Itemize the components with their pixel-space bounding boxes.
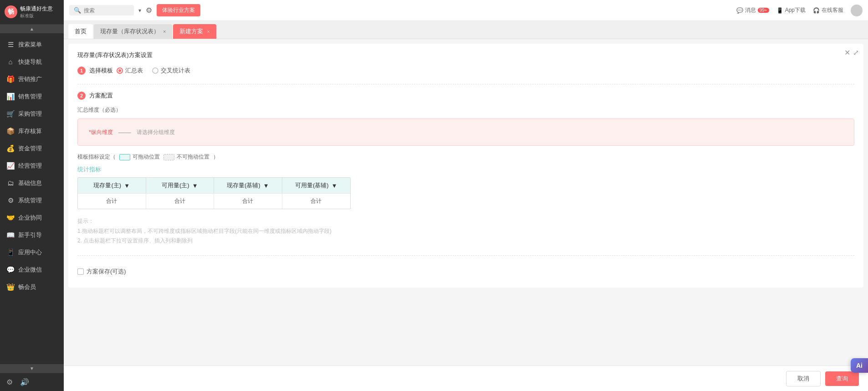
message-badge: 99+ — [758, 8, 769, 13]
volume-icon[interactable]: 🔊 — [20, 378, 29, 386]
step2-header: 2 方案配置 — [77, 92, 854, 100]
trending-icon: 📈 — [6, 162, 15, 170]
user-avatar[interactable] — [851, 5, 863, 16]
table-cell-1: 合计 — [146, 193, 214, 209]
sidebar-item-guide[interactable]: 📖 新手引导 — [0, 226, 64, 244]
app-download-item[interactable]: 📱 App下载 — [776, 6, 806, 14]
non-draggable-label: 不可拖动位置 — [177, 153, 209, 161]
radio-summary-table[interactable]: 汇总表 — [117, 67, 143, 75]
sidebar-item-label: 采购管理 — [18, 110, 42, 118]
col-header-1[interactable]: 可用量(主) ▼ — [146, 178, 214, 193]
sidebar-bottom: ⚙ 🔊 — [0, 373, 64, 391]
sidebar-item-label: 企业协同 — [18, 214, 42, 222]
sidebar-item-quicknav[interactable]: ⌂ 快捷导航 — [0, 53, 64, 71]
tab-new-scheme[interactable]: 新建方案 × — [173, 24, 216, 39]
step2-section: 2 方案配置 汇总维度（必选） *纵向维度 —— 请选择分组维度 模板指标设定（ — [77, 92, 854, 246]
table-cell-2: 合计 — [214, 193, 282, 209]
dim-placeholder[interactable]: 请选择分组维度 — [137, 129, 175, 136]
tabbar: 首页 现存量（库存状况表） × 新建方案 × — [64, 21, 868, 39]
expand-panel-icon[interactable]: ⤢ — [853, 48, 859, 57]
sidebar-item-inventory[interactable]: 📦 库存核算 — [0, 123, 64, 140]
step1-header: 1 选择模板 汇总表 交叉统计表 — [77, 67, 854, 75]
crown-icon: 👑 — [6, 283, 15, 291]
topbar-right: 💬 消息 99+ 📱 App下载 🎧 在线客服 — [736, 5, 863, 16]
chart-icon: 📊 — [6, 93, 15, 101]
col-header-label: 可用量(基辅) — [295, 181, 329, 190]
tips-title: 提示： — [77, 218, 94, 224]
dim-required-text: *纵向维度 — [89, 129, 113, 136]
gear-icon: ⚙ — [6, 196, 15, 205]
panel-controls: ✕ ⤢ — [844, 48, 859, 57]
sidebar-item-label: 销售管理 — [18, 93, 42, 101]
sidebar-item-member[interactable]: 👑 畅会员 — [0, 278, 64, 296]
topbar: 🔍 ▾ ⚙ 体验行业方案 💬 消息 99+ 📱 App下载 🎧 在线客服 — [64, 0, 868, 21]
sidebar-item-label: 搜索菜单 — [18, 41, 42, 49]
template-radio-group: 汇总表 交叉统计表 — [117, 67, 190, 75]
search-icon: 🔍 — [74, 7, 81, 14]
search-box[interactable]: 🔍 — [69, 5, 134, 15]
sidebar-item-sales[interactable]: 📊 销售管理 — [0, 88, 64, 105]
sidebar-item-finance[interactable]: 💰 资金管理 — [0, 140, 64, 157]
online-service-label: 在线客服 — [822, 6, 843, 14]
online-service-item[interactable]: 🎧 在线客服 — [813, 6, 843, 14]
col-header-3[interactable]: 可用量(基辅) ▼ — [282, 178, 351, 193]
topbar-dropdown[interactable]: ▾ — [138, 7, 141, 14]
sidebar: 畅 畅康通好生意 标准版 ▲ ☰ 搜索菜单 ⌂ 快捷导航 🎁 营销推广 📊 销售… — [0, 0, 64, 391]
home-icon: ⌂ — [6, 58, 15, 66]
col-header-0[interactable]: 现存量(主) ▼ — [78, 178, 146, 193]
settings-panel: 现存量(库存状况表)方案设置 ✕ ⤢ 1 选择模板 汇总表 — [68, 44, 863, 288]
close-icon[interactable]: × — [163, 29, 166, 34]
stats-table-header: 现存量(主) ▼ 可用量(主) ▼ 现存量(基辅) ▼ 可用量(基辅) — [78, 178, 350, 193]
sidebar-item-label: 新手引导 — [18, 231, 42, 239]
app-download-label: App下载 — [785, 6, 806, 14]
sidebar-item-collab[interactable]: 🤝 企业协同 — [0, 209, 64, 226]
col-header-label: 现存量(主) — [93, 181, 121, 190]
tab-label: 现存量（库存状况表） — [100, 27, 159, 36]
money-icon: 💰 — [6, 144, 15, 153]
sidebar-item-system[interactable]: ⚙ 系统管理 — [0, 192, 64, 209]
chevron-down-icon: ▼ — [124, 182, 130, 189]
col-header-label: 现存量(基辅) — [227, 181, 260, 190]
save-option[interactable]: 方案保存(可选) — [77, 263, 854, 280]
sidebar-item-wechat[interactable]: 💬 企业微信 — [0, 261, 64, 278]
close-icon[interactable]: × — [207, 29, 209, 34]
experience-btn[interactable]: 体验行业方案 — [157, 4, 200, 16]
stats-title: 统计指标 — [77, 165, 854, 174]
sidebar-nav: ☰ 搜索菜单 ⌂ 快捷导航 🎁 营销推广 📊 销售管理 🛒 采购管理 📦 库存核… — [0, 33, 64, 364]
query-button[interactable]: 查询 — [825, 371, 859, 386]
sidebar-item-marketing[interactable]: 🎁 营销推广 — [0, 71, 64, 88]
sidebar-item-label: 经营管理 — [18, 162, 42, 170]
save-checkbox[interactable] — [77, 268, 84, 275]
sidebar-item-appcenter[interactable]: 📱 应用中心 — [0, 244, 64, 261]
search-input[interactable] — [84, 7, 129, 14]
non-draggable-legend-box — [163, 154, 174, 160]
close-panel-icon[interactable]: ✕ — [844, 48, 850, 57]
sidebar-item-basicinfo[interactable]: 🗂 基础信息 — [0, 175, 64, 192]
col-header-2[interactable]: 现存量(基辅) ▼ — [214, 178, 282, 193]
sidebar-item-search[interactable]: ☰ 搜索菜单 — [0, 36, 64, 53]
sidebar-scroll-up[interactable]: ▲ — [0, 25, 64, 33]
page-title: 现存量(库存状况表)方案设置 — [77, 51, 854, 59]
ai-floating-button[interactable]: Ai — [851, 358, 868, 373]
radio-label: 交叉统计表 — [161, 67, 190, 75]
sidebar-scroll-down[interactable]: ▼ — [0, 364, 64, 373]
sidebar-item-label: 库存核算 — [18, 127, 42, 135]
message-item[interactable]: 💬 消息 99+ — [736, 6, 769, 14]
gear-icon[interactable]: ⚙ — [146, 6, 152, 15]
settings-icon[interactable]: ⚙ — [6, 378, 13, 386]
radio-cross-table[interactable]: 交叉统计表 — [152, 67, 190, 75]
chevron-down-icon: ▼ — [192, 182, 198, 189]
sidebar-item-operations[interactable]: 📈 经营管理 — [0, 157, 64, 175]
box-icon: 📦 — [6, 127, 15, 135]
sidebar-item-label: 基础信息 — [18, 179, 42, 187]
radio-circle — [152, 67, 158, 74]
tips-section: 提示： 1.拖动标题栏可以调整布局，不可跨维度或指标区域拖动栏目字段(只能在同一… — [77, 216, 854, 246]
sidebar-item-purchase[interactable]: 🛒 采购管理 — [0, 105, 64, 123]
chevron-down-icon: ▼ — [332, 182, 337, 189]
tab-inventory[interactable]: 现存量（库存状况表） × — [94, 24, 172, 39]
content-area: 现存量(库存状况表)方案设置 ✕ ⤢ 1 选择模板 汇总表 — [64, 39, 868, 365]
step1-label: 选择模板 — [89, 67, 113, 75]
tab-home[interactable]: 首页 — [68, 24, 93, 39]
headphone-icon: 🎧 — [813, 7, 820, 14]
cancel-button[interactable]: 取消 — [786, 371, 821, 386]
